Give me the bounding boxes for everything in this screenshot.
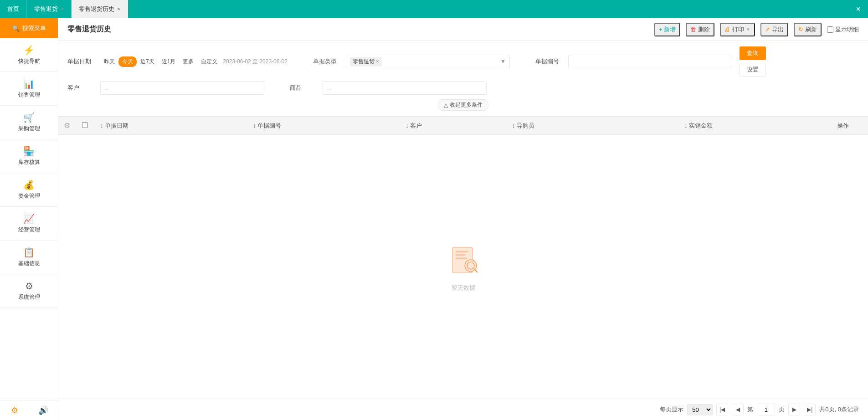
type-dropdown-icon: ▼ (500, 58, 506, 65)
filter-row-2: 客户 ... 商品 ... (67, 81, 859, 95)
th-date: ↕ 单据日期 (95, 117, 247, 135)
th-customer: ↕ 客户 (400, 117, 507, 135)
print-icon: 🖨 (724, 26, 730, 33)
main-layout: 🔍 搜索菜单 ⚡ 快捷导航 📊 销售管理 🛒 采购管理 🏪 库存核算 💰 资金管… (0, 18, 868, 420)
svg-line-6 (474, 269, 477, 272)
last-page-btn[interactable]: ▶| (804, 404, 816, 415)
sidebar-item-purchase[interactable]: 🛒 采购管理 (0, 106, 58, 139)
date-yesterday[interactable]: 昨天 (100, 56, 118, 67)
sidebar-item-sales[interactable]: 📊 销售管理 (0, 72, 58, 106)
first-page-btn[interactable]: |◀ (716, 404, 728, 415)
show-detail-label: 显示明细 (827, 26, 859, 34)
goods-input[interactable]: ... (323, 81, 487, 95)
data-table: ⚙ ↕ 单据日期 ↕ 单据编号 (58, 117, 868, 135)
quick-nav-icon: ⚡ (23, 45, 35, 56)
select-all-checkbox[interactable] (82, 122, 88, 128)
empty-icon (445, 242, 482, 278)
sidebar: 🔍 搜索菜单 ⚡ 快捷导航 📊 销售管理 🛒 采购管理 🏪 库存核算 💰 资金管… (0, 18, 58, 420)
svg-rect-3 (455, 257, 467, 259)
close-retail-return-history-tab[interactable]: × (117, 6, 120, 12)
sidebar-media-icon: 🔊 (38, 405, 48, 415)
customer-placeholder: ... (104, 85, 109, 91)
date-range-display: 2023-06-02 至 2023-06-02 (223, 58, 287, 66)
sidebar-bottom: ⚙ 🔊 (0, 400, 58, 420)
goods-placeholder: ... (327, 85, 331, 91)
voucher-input[interactable] (568, 55, 732, 68)
query-button[interactable]: 查询 (740, 46, 766, 60)
refresh-button[interactable]: ↻ 刷新 (794, 23, 822, 36)
export-button[interactable]: ↗ 导出 (760, 23, 788, 36)
th-voucher-no: ↕ 单据编号 (247, 117, 400, 135)
sales-icon: 📊 (23, 78, 35, 89)
delete-button[interactable]: 🗑 删除 (686, 23, 714, 36)
total-info: 共0页, 0条记录 (819, 405, 859, 414)
th-voucher-sort-icon: ↕ (253, 122, 257, 129)
page-size-select[interactable]: 20 50 100 200 (687, 404, 713, 415)
sidebar-item-business[interactable]: 📈 经营管理 (0, 207, 58, 241)
content-area: 零售退货历史 + 新增 🗑 删除 🖨 打印 ▼ ↗ 导出 (58, 18, 868, 420)
date-7days[interactable]: 近7天 (137, 56, 158, 67)
page-title: 零售退货历史 (67, 25, 111, 34)
th-amount-sort-icon: ↕ (684, 122, 689, 129)
sidebar-item-quick-nav[interactable]: ⚡ 快捷导航 (0, 38, 58, 72)
th-amount: ↕ 实销金额 (679, 117, 832, 135)
query-actions: 查询 设置 (740, 46, 766, 77)
filter-area: 单据日期 昨天 今天 近7天 近1月 更多 自定义 2023-06-02 至 2… (58, 41, 868, 117)
empty-text: 暂无数据 (452, 284, 475, 292)
collapse-button[interactable]: △ 收起更多条件 (438, 99, 488, 111)
add-button[interactable]: + 新增 (654, 23, 680, 36)
type-filter-label: 单据类型 (313, 57, 339, 66)
date-filters: 昨天 今天 近7天 近1月 更多 自定义 2023-06-02 至 2023-0… (100, 56, 288, 67)
date-custom[interactable]: 自定义 (197, 56, 221, 67)
system-icon: ⚙ (25, 281, 33, 292)
column-settings-icon[interactable]: ⚙ (64, 122, 70, 129)
sidebar-item-system[interactable]: ⚙ 系统管理 (0, 274, 58, 308)
table-header: ⚙ ↕ 单据日期 ↕ 单据编号 (58, 117, 868, 135)
sidebar-media-btn[interactable]: 🔊 (29, 400, 58, 420)
sidebar-item-inventory[interactable]: 🏪 库存核算 (0, 139, 58, 173)
svg-rect-1 (455, 251, 468, 252)
voucher-filter-label: 单据编号 (535, 57, 561, 66)
th-settings: ⚙ (58, 117, 77, 135)
settings-button[interactable]: 设置 (740, 63, 766, 77)
goods-filter-label: 商品 (290, 84, 315, 92)
basic-info-icon: 📋 (23, 247, 35, 258)
show-detail-checkbox[interactable] (827, 26, 833, 33)
next-page-btn[interactable]: ▶ (788, 404, 800, 415)
page-word: 第 (747, 405, 753, 414)
print-dropdown-icon: ▼ (746, 27, 750, 32)
header-actions: + 新增 🗑 删除 🖨 打印 ▼ ↗ 导出 ↻ 刷新 (654, 23, 859, 36)
date-1month[interactable]: 近1月 (158, 56, 180, 67)
top-nav: 首页 零售退货 × 零售退货历史 × × (0, 0, 868, 18)
refresh-icon: ↻ (798, 26, 803, 33)
search-icon: 🔍 (12, 25, 20, 32)
filter-row-1: 单据日期 昨天 今天 近7天 近1月 更多 自定义 2023-06-02 至 2… (67, 46, 859, 77)
date-today[interactable]: 今天 (118, 56, 137, 67)
page-label: 页 (779, 405, 785, 414)
prev-page-btn[interactable]: ◀ (732, 404, 744, 415)
tab-retail-return[interactable]: 零售退货 × (27, 0, 72, 18)
close-retail-return-tab[interactable]: × (61, 6, 64, 12)
tab-home[interactable]: 首页 (0, 0, 27, 18)
nav-tabs: 首页 零售退货 × 零售退货历史 × (0, 0, 848, 18)
th-checkbox (77, 117, 95, 135)
sidebar-settings-icon: ⚙ (11, 405, 18, 415)
sidebar-settings-btn[interactable]: ⚙ (0, 400, 29, 420)
window-close-button[interactable]: × (848, 5, 868, 14)
page-input[interactable] (757, 404, 775, 415)
page-size-label: 每页显示 (660, 405, 683, 414)
customer-input[interactable]: ... (100, 81, 264, 95)
print-button[interactable]: 🖨 打印 ▼ (720, 23, 755, 36)
tab-retail-return-history[interactable]: 零售退货历史 × (72, 0, 128, 18)
delete-icon: 🗑 (690, 26, 696, 33)
sidebar-item-finance[interactable]: 💰 资金管理 (0, 173, 58, 207)
type-selector[interactable]: 零售退货 × ▼ (346, 55, 510, 68)
date-more[interactable]: 更多 (179, 56, 197, 67)
page-header: 零售退货历史 + 新增 🗑 删除 🖨 打印 ▼ ↗ 导出 (58, 18, 868, 41)
type-tag-remove[interactable]: × (376, 58, 379, 65)
sidebar-item-basic-info[interactable]: 📋 基础信息 (0, 241, 58, 274)
sidebar-search[interactable]: 🔍 搜索菜单 (0, 18, 58, 38)
collapse-up-icon: △ (444, 102, 448, 108)
pagination-bar: 每页显示 20 50 100 200 |◀ ◀ 第 页 ▶ ▶| 共0页, 0条… (58, 399, 868, 420)
table-container: ⚙ ↕ 单据日期 ↕ 单据编号 (58, 117, 868, 399)
